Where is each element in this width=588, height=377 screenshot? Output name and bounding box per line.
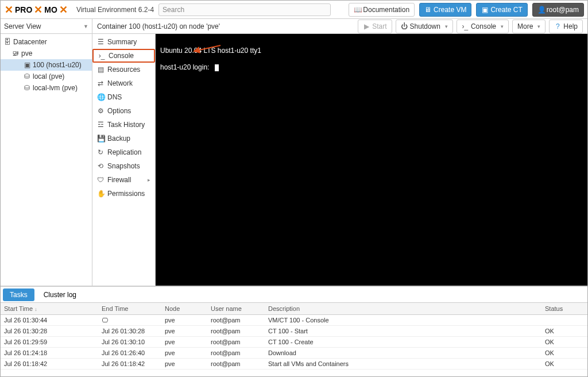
tree-storage-local[interactable]: ⛁local (pve) — [1, 71, 92, 82]
side-tabs: ☰Summary ›_Console ▤Resources ⇄Network 🌐… — [92, 34, 156, 286]
running-icon: 🖵 — [102, 317, 108, 324]
logo-x-icon: ✕ — [34, 3, 42, 16]
chevron-down-icon: ▾ — [537, 24, 540, 29]
documentation-button[interactable]: 📖Documentation — [349, 3, 415, 17]
search-input[interactable]: Search — [158, 3, 331, 16]
col-status[interactable]: Status — [541, 303, 587, 315]
help-button[interactable]: ?Help — [549, 20, 583, 33]
console-terminal[interactable]: Ubuntu 20.04 LTS host1-u20 tty1 host1-u2… — [156, 34, 587, 286]
table-row[interactable]: Jul 26 01:18:42Jul 26 01:18:42pveroot@pa… — [1, 359, 587, 370]
cell-start: Jul 26 01:18:42 — [1, 359, 98, 370]
tab-snapshots[interactable]: ⟲Snapshots — [92, 159, 155, 173]
cell-end: Jul 26 01:26:40 — [98, 348, 161, 359]
table-row[interactable]: Jul 26 01:24:18Jul 26 01:26:40pveroot@pa… — [1, 348, 587, 359]
content-title: Container 100 (host1-u20) on node 'pve' — [97, 22, 220, 30]
table-row[interactable]: Jul 26 01:30:44🖵pveroot@pamVM/CT 100 - C… — [1, 315, 587, 326]
logo-text-mo: MO — [44, 5, 57, 14]
topbar: ✕ PRO ✕ MO ✕ Virtual Environment 6.2-4 S… — [1, 1, 587, 19]
server-icon: 🗄 — [4, 39, 11, 45]
version-text: Virtual Environment 6.2-4 — [76, 6, 154, 14]
log-tab-cluster[interactable]: Cluster log — [37, 288, 83, 301]
shield-icon: 🛡 — [97, 176, 104, 183]
tab-task-history[interactable]: ☲Task History — [92, 118, 155, 132]
tab-firewall[interactable]: 🛡Firewall▸ — [92, 173, 155, 187]
cell-start: Jul 26 01:30:44 — [1, 315, 98, 326]
gear-icon: ⚙ — [97, 107, 104, 114]
monitor-icon: 🖥 — [424, 6, 431, 13]
chevron-down-icon: ▼ — [83, 24, 88, 29]
storage-icon: ⛁ — [24, 84, 30, 91]
tree-node-pve[interactable]: 🖳pve — [1, 48, 92, 59]
node-icon: 🖳 — [12, 50, 19, 57]
more-button[interactable]: More▾ — [512, 20, 546, 33]
power-icon: ⏻ — [401, 23, 408, 30]
cell-status — [541, 315, 587, 326]
col-user[interactable]: User name — [207, 303, 265, 315]
main-area: Server View▼ 🗄Datacenter 🖳pve ▣100 (host… — [1, 19, 587, 286]
cell-node: pve — [161, 359, 207, 370]
cell-node: pve — [161, 348, 207, 359]
col-node[interactable]: Node — [161, 303, 207, 315]
tab-summary[interactable]: ☰Summary — [92, 35, 155, 49]
table-row[interactable]: Jul 26 01:29:59Jul 26 01:30:10pveroot@pa… — [1, 337, 587, 348]
book-icon: 📖 — [354, 6, 361, 13]
tab-console[interactable]: ›_Console — [92, 49, 155, 63]
sort-down-icon: ↓ — [34, 306, 37, 312]
resource-tree-panel: Server View▼ 🗄Datacenter 🖳pve ▣100 (host… — [1, 19, 92, 286]
history-icon: ☲ — [97, 121, 104, 128]
create-vm-button[interactable]: 🖥Create VM — [419, 3, 471, 17]
tab-resources[interactable]: ▤Resources — [92, 63, 155, 76]
cursor-icon — [215, 64, 219, 71]
cell-end: Jul 26 01:30:10 — [98, 337, 161, 348]
content-panel: Container 100 (host1-u20) on node 'pve' … — [92, 19, 587, 286]
snapshot-icon: ⟲ — [97, 163, 104, 170]
terminal-icon: ›_ — [98, 52, 105, 59]
tab-dns[interactable]: 🌐DNS — [92, 90, 155, 104]
tab-backup[interactable]: 💾Backup — [92, 132, 155, 145]
play-icon: ▶ — [363, 23, 370, 30]
cell-status: OK — [541, 337, 587, 348]
cell-desc: Start all VMs and Containers — [265, 359, 541, 370]
table-row[interactable]: Jul 26 01:30:28Jul 26 01:30:28pveroot@pa… — [1, 326, 587, 337]
lock-icon: ✋ — [97, 190, 104, 197]
cell-start: Jul 26 01:29:59 — [1, 337, 98, 348]
chevron-down-icon: ▾ — [501, 24, 504, 29]
content-body: ☰Summary ›_Console ▤Resources ⇄Network 🌐… — [92, 34, 587, 286]
console-button[interactable]: ›_Console▾ — [457, 20, 509, 33]
col-description[interactable]: Description — [265, 303, 541, 315]
log-tab-tasks[interactable]: Tasks — [3, 288, 34, 301]
start-button[interactable]: ▶Start — [358, 20, 392, 33]
chevron-right-icon: ▸ — [148, 177, 150, 183]
storage-icon: ⛁ — [24, 73, 30, 80]
cell-status: OK — [541, 348, 587, 359]
console-line: host1-u20 login: — [160, 63, 209, 71]
shutdown-button[interactable]: ⏻Shutdown▾ — [396, 20, 453, 33]
view-selector[interactable]: Server View▼ — [1, 19, 92, 34]
user-button[interactable]: 👤root@pam — [532, 3, 584, 17]
list-icon: ☰ — [97, 39, 104, 45]
tab-network[interactable]: ⇄Network — [92, 76, 155, 90]
col-start-time[interactable]: Start Time ↓ — [1, 303, 98, 315]
tab-permissions[interactable]: ✋Permissions — [92, 187, 155, 201]
cell-user: root@pam — [207, 337, 265, 348]
content-header: Container 100 (host1-u20) on node 'pve' … — [92, 19, 587, 34]
cell-desc: VM/CT 100 - Console — [265, 315, 541, 326]
table-header-row: Start Time ↓ End Time Node User name Des… — [1, 303, 587, 315]
cell-node: pve — [161, 326, 207, 337]
tree-ct-100[interactable]: ▣100 (host1-u20) — [1, 59, 92, 71]
tree-datacenter[interactable]: 🗄Datacenter — [1, 36, 92, 48]
cell-start: Jul 26 01:24:18 — [1, 348, 98, 359]
cell-user: root@pam — [207, 359, 265, 370]
logo-x-icon: ✕ — [59, 3, 68, 16]
log-tabs: Tasks Cluster log — [1, 287, 587, 303]
cell-status: OK — [541, 326, 587, 337]
tree-storage-local-lvm[interactable]: ⛁local-lvm (pve) — [1, 82, 92, 94]
tab-options[interactable]: ⚙Options — [92, 104, 155, 118]
create-ct-button[interactable]: ▣Create CT — [476, 3, 527, 17]
col-end-time[interactable]: End Time — [98, 303, 161, 315]
log-panel: Tasks Cluster log Start Time ↓ End Time … — [1, 286, 587, 376]
help-icon: ? — [554, 23, 561, 30]
cell-start: Jul 26 01:30:28 — [1, 326, 98, 337]
tab-replication[interactable]: ↻Replication — [92, 145, 155, 159]
logo: ✕ PRO ✕ MO ✕ — [4, 3, 68, 16]
